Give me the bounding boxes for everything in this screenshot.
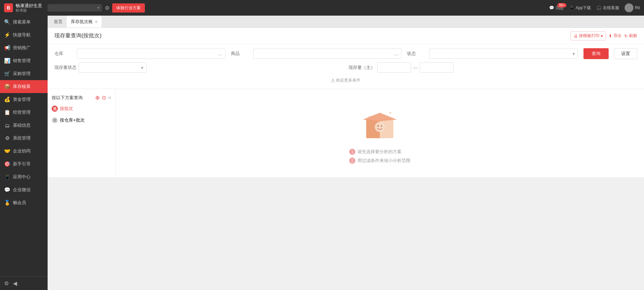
filter-row-1: 仓库 ... 商品 ... 状态 [54, 48, 637, 59]
mobile-icon: 📱 [4, 174, 10, 180]
refresh-button[interactable]: ↻ 刷新 [624, 33, 637, 39]
sidebar-item-label: 资金管理 [13, 96, 31, 103]
empty-state: ✦ ✦ 1 请先选择要 [116, 89, 644, 177]
messages-badge: 99+ [557, 3, 566, 7]
collapse-sidebar-icon[interactable]: ◀ [13, 280, 17, 287]
print-button[interactable]: 🖨 按模板打印 ▾ [571, 31, 606, 40]
plan-label: 按仓库+批次 [60, 117, 85, 123]
tab-inventory-batch[interactable]: 库存批次账 × [67, 16, 102, 28]
goods-label: 商品 [231, 51, 251, 57]
settings-bottom-icon[interactable]: ⚙ [4, 280, 9, 287]
sidebar-item-label: 应用中心 [13, 174, 31, 180]
warehouse-filter: 仓库 ... [54, 49, 225, 59]
collapse-left-icon[interactable]: « [108, 94, 111, 101]
export-label: 导出 [613, 33, 622, 39]
goods-input[interactable]: ... [253, 49, 402, 59]
sidebar-item-search[interactable]: 🔍 搜索菜单 [0, 16, 48, 29]
status-select[interactable]: ▾ [429, 49, 578, 59]
svg-point-6 [377, 125, 379, 127]
inventory-qty-filter: 现存量（主） — [349, 62, 637, 73]
settings-plan-icon[interactable]: ⊙ [102, 94, 106, 101]
sidebar-item-basics[interactable]: 🗂 基础信息 [0, 119, 48, 132]
sidebar-item-system[interactable]: ⚙ 系统管理 [0, 132, 48, 145]
settings-icon[interactable]: ⚙ [105, 5, 109, 11]
chevron-down-icon: ▾ [601, 34, 603, 38]
right-panel: ✦ ✦ 1 请先选择要 [116, 89, 644, 177]
warehouse-input[interactable]: ... [77, 49, 225, 59]
sidebar-item-label: 企业微信 [13, 187, 31, 193]
box-icon: 📦 [4, 84, 10, 90]
add-plan-icon[interactable]: ⊕ [95, 94, 100, 101]
message-icon: 💬 [549, 5, 554, 10]
phone-icon: 📱 [569, 5, 574, 10]
handshake-icon: 🤝 [4, 148, 10, 154]
topbar-left: B 畅康通好生意 标准版 ▾ ⚙ 体验行业方案 [4, 3, 145, 13]
sidebar-item-quick-nav[interactable]: ⚡ 快捷导航 [0, 29, 48, 41]
collapse-label: 收起更多条件 [336, 77, 360, 83]
sidebar-item-sales[interactable]: 📊 销售管理 [0, 54, 48, 67]
empty-hint-1: 1 请先选择要分析的方案 [349, 149, 410, 155]
settings-button[interactable]: 设置 [614, 48, 637, 59]
app-download-button[interactable]: 📱 App下载 [569, 5, 591, 11]
plan-icon-active: 批 [52, 106, 58, 112]
sidebar-item-inventory[interactable]: 📦 库存核算 [0, 80, 48, 93]
sidebar-item-label: 基础信息 [13, 122, 31, 128]
user-profile-button[interactable]: Rit [625, 3, 640, 12]
filter-row-2: 现存量状态 ▾ 现存量（主） — [54, 62, 637, 73]
sidebar-item-label: 新手引导 [13, 161, 31, 167]
tab-home[interactable]: 首页 [50, 16, 67, 28]
sidebar-item-label: 营销推广 [13, 45, 31, 51]
hint-number-2: 2 [349, 158, 355, 164]
topbar-right: 💬 消息 99+ 📱 App下载 🎧 在线客服 Rit [549, 3, 640, 12]
sidebar-item-enterprise[interactable]: 🤝 企业协同 [0, 145, 48, 158]
plan-item-by-warehouse-batch[interactable]: 批 按仓库+批次 [48, 114, 115, 126]
collapse-bar[interactable]: ⋀ 收起更多条件 [54, 76, 637, 85]
export-icon: ⬆ [609, 34, 612, 38]
avatar [625, 3, 633, 12]
experience-button[interactable]: 体验行业方案 [112, 3, 145, 13]
sidebar-item-business[interactable]: 📋 经营管理 [0, 106, 48, 119]
left-panel: 按以下方案查询 ⊕ ⊙ « 批 按批次 批 按仓库+批次 [48, 89, 116, 177]
goods-dots: ... [394, 51, 399, 57]
filter-panel: 仓库 ... 商品 ... 状态 [48, 44, 644, 89]
plan-icon-inactive: 批 [52, 117, 58, 123]
svg-text:✦: ✦ [388, 110, 392, 115]
headset-icon: 🎧 [596, 5, 601, 10]
search-icon: 🔍 [4, 19, 10, 25]
sidebar-item-label: 畅会员 [13, 200, 26, 206]
online-service-button[interactable]: 🎧 在线客服 [596, 5, 619, 11]
refresh-label: 刷新 [629, 33, 637, 39]
gear-icon: ⚙ [4, 135, 10, 141]
sidebar-item-wechat[interactable]: 💬 企业微信 [0, 183, 48, 196]
sidebar-item-marketing[interactable]: 📢 营销推广 [0, 41, 48, 54]
sidebar-item-label: 搜索菜单 [13, 19, 31, 25]
sidebar-item-newcomer[interactable]: 🎯 新手引导 [0, 158, 48, 170]
svg-point-5 [375, 122, 385, 132]
plan-item-by-batch[interactable]: 批 按批次 [48, 103, 115, 114]
tabbar: 首页 库存批次账 × [48, 16, 644, 28]
qty-separator: — [413, 65, 418, 70]
folder-icon: 🗂 [4, 122, 10, 128]
status-filter: 状态 ▾ [407, 49, 578, 59]
online-service-label: 在线客服 [603, 5, 619, 11]
export-button[interactable]: ⬆ 导出 [609, 33, 622, 39]
query-button[interactable]: 查询 [583, 48, 609, 59]
tab-close-icon[interactable]: × [95, 19, 98, 24]
app-title: 畅康通好生意 [16, 3, 42, 8]
sidebar-item-finance[interactable]: 💰 资金管理 [0, 93, 48, 106]
search-box[interactable]: ▾ [48, 4, 102, 12]
inventory-status-select[interactable]: ▾ [79, 62, 147, 73]
chat-icon: 💬 [4, 187, 10, 193]
messages-button[interactable]: 💬 消息 99+ [549, 5, 564, 11]
left-panel-header: 按以下方案查询 ⊕ ⊙ « [48, 92, 115, 103]
topbar: B 畅康通好生意 标准版 ▾ ⚙ 体验行业方案 💬 消息 99+ 📱 App下载… [0, 0, 644, 16]
qty-max-input[interactable] [420, 62, 454, 73]
sidebar-item-vip[interactable]: 🏅 畅会员 [0, 196, 48, 209]
svg-point-7 [381, 125, 382, 127]
sidebar-item-purchase[interactable]: 🛒 采购管理 [0, 67, 48, 80]
collapse-up-icon: ⋀ [331, 78, 335, 83]
sidebar-item-apps[interactable]: 📱 应用中心 [0, 170, 48, 183]
empty-illustration: ✦ ✦ [359, 103, 400, 143]
hint-number-1: 1 [349, 149, 355, 155]
qty-min-input[interactable] [377, 62, 411, 73]
